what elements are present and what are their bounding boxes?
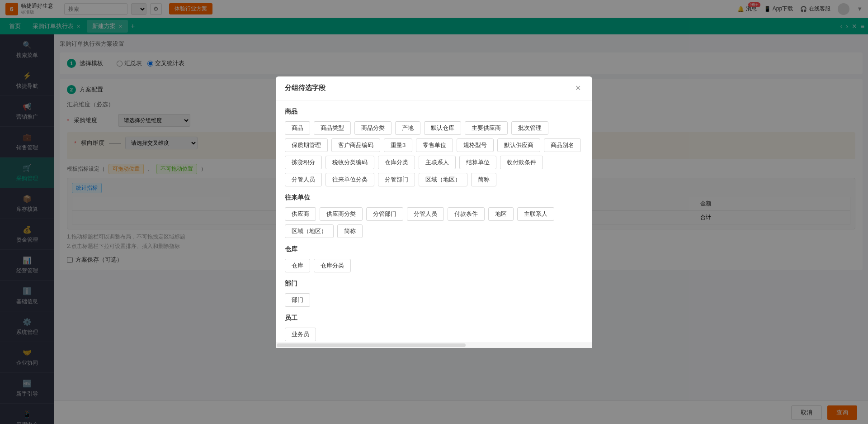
field-tag[interactable]: 简称 (471, 173, 496, 186)
field-tag[interactable]: 产地 (395, 121, 420, 135)
fields-grid-dept: 部门 (285, 293, 583, 307)
field-tag[interactable]: 分管部门 (378, 173, 415, 186)
field-tag[interactable]: 业务员 (285, 328, 316, 341)
fields-grid-staff: 业务员 (285, 328, 583, 341)
field-tag[interactable]: 商品类型 (314, 121, 351, 135)
field-tag[interactable]: 区域（地区） (419, 173, 467, 186)
field-tag[interactable]: 拣货积分 (285, 156, 322, 169)
field-tag[interactable]: 付款条件 (448, 207, 485, 221)
field-tag[interactable]: 默认供应商 (497, 138, 540, 152)
section-title-warehouse: 仓库 (285, 245, 583, 253)
section-title-dept: 部门 (285, 280, 583, 288)
field-tag[interactable]: 收付款条件 (500, 156, 543, 169)
modal-body: 商品 商品 商品类型 商品分类 产地 默认仓库 主要供应商 批次管理 保质期管理… (276, 100, 592, 343)
modal-title: 分组待选字段 (285, 84, 326, 92)
field-tag[interactable]: 结算单位 (459, 156, 496, 169)
field-tag[interactable]: 地区 (488, 207, 514, 221)
field-tag[interactable]: 分管人员 (285, 173, 322, 186)
field-tag[interactable]: 重量3 (384, 138, 412, 152)
field-tag[interactable]: 商品别名 (544, 138, 581, 152)
section-title-staff: 员工 (285, 314, 583, 322)
field-tag[interactable]: 供应商 (285, 207, 316, 221)
field-tag[interactable]: 仓库分类 (378, 156, 415, 169)
h-scroll-thumb (277, 343, 466, 347)
fields-grid-goods: 商品 商品类型 商品分类 产地 默认仓库 主要供应商 批次管理 保质期管理 客户… (285, 121, 583, 186)
field-tag[interactable]: 零售单位 (416, 138, 453, 152)
field-tag[interactable]: 商品 (285, 121, 310, 135)
field-tag[interactable]: 主联系人 (517, 207, 554, 221)
field-tag[interactable]: 商品分类 (354, 121, 392, 135)
field-tag[interactable]: 供应商分类 (320, 207, 363, 221)
field-tag[interactable]: 分管人员 (407, 207, 444, 221)
field-tag[interactable]: 区域（地区） (285, 224, 334, 238)
field-tag[interactable]: 保质期管理 (285, 138, 328, 152)
field-tag[interactable]: 仓库 (285, 259, 310, 272)
modal-overlay: 分组待选字段 ✕ 商品 商品 商品类型 商品分类 产地 默认仓库 主要供应商 批… (0, 0, 868, 424)
field-tag[interactable]: 简称 (337, 224, 363, 238)
field-tag[interactable]: 批次管理 (511, 121, 548, 135)
fields-grid-partner: 供应商 供应商分类 分管部门 分管人员 付款条件 地区 主联系人 区域（地区） … (285, 207, 583, 238)
field-tag[interactable]: 主要供应商 (465, 121, 508, 135)
section-title-partner: 往来单位 (285, 194, 583, 202)
field-tag[interactable]: 主联系人 (419, 156, 456, 169)
field-tag[interactable]: 税收分类编码 (326, 156, 374, 169)
fields-grid-warehouse: 仓库 仓库分类 (285, 259, 583, 272)
field-tag[interactable]: 部门 (285, 293, 310, 307)
field-select-modal: 分组待选字段 ✕ 商品 商品 商品类型 商品分类 产地 默认仓库 主要供应商 批… (276, 76, 592, 348)
field-tag[interactable]: 仓库分类 (314, 259, 351, 272)
modal-header: 分组待选字段 ✕ (276, 76, 592, 100)
field-tag[interactable]: 默认仓库 (424, 121, 461, 135)
field-tag[interactable]: 分管部门 (366, 207, 403, 221)
modal-h-scrollbar[interactable] (276, 343, 592, 348)
section-title-goods: 商品 (285, 108, 583, 116)
field-tag[interactable]: 规格型号 (457, 138, 494, 152)
field-tag[interactable]: 客户商品编码 (331, 138, 380, 152)
modal-close-button[interactable]: ✕ (572, 83, 583, 94)
field-tag[interactable]: 往来单位分类 (326, 173, 374, 186)
